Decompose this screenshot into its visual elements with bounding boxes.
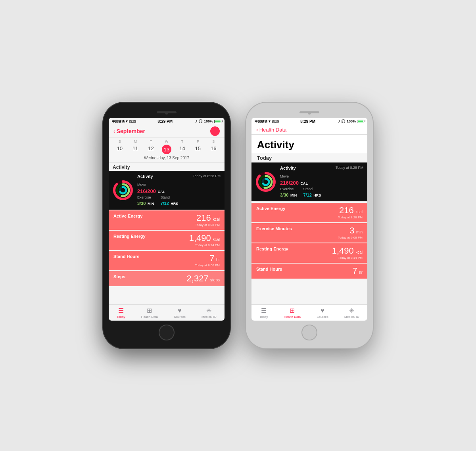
move-row-left: Move (137, 180, 221, 187)
metric-unit-steps: steps (210, 278, 220, 282)
metric-unit-re-right: kcal (355, 250, 363, 254)
tab-sources-label-left: Sources (174, 315, 185, 319)
metric-value-row-re-right: 1,490 kcal (332, 247, 363, 255)
metric-value-row-resting: 1,490 kcal (189, 234, 220, 243)
metric-value-resting: 1,490 (189, 233, 211, 243)
stats-row-right: Exercise 3/30 MIN Stand 7/12 HRS (280, 187, 363, 198)
tab-bar-right: ☰ Today ⊞ Health Data ♥ Sources ✳ Medica… (251, 304, 367, 321)
tab-sources-icon-left: ♥ (178, 307, 182, 314)
carrier-text: 中国移动 (112, 119, 125, 124)
exercise-unit-left: MIN (148, 202, 154, 206)
tab-medical-right[interactable]: ✳ Medical ID (344, 307, 359, 319)
metric-time-ae-right: Today at 8:28 PM (338, 216, 363, 219)
tab-today-label-left: Today (117, 315, 125, 319)
exercise-stat-right: Exercise 3/30 MIN (280, 187, 297, 198)
metric-time-stand: Today at 8:00 PM (195, 264, 220, 267)
calendar-section: S M T W T F S 10 11 12 13 14 15 16 Wedne… (109, 138, 225, 162)
move-value-row-right: 216/200 CAL (280, 179, 363, 186)
stats-row-left: Exercise 3/30 MIN Stand 7/12 HRS (137, 195, 221, 206)
home-button-left[interactable] (159, 325, 175, 340)
metric-val-re-right: 1,490 (332, 246, 354, 256)
tab-health-label-left: Health Data (141, 315, 158, 319)
battery-text-right: 100% (347, 119, 356, 123)
metric-right-active-energy-right: 216 kcal Today at 8:28 PM (338, 206, 363, 219)
tab-today-left[interactable]: ☰ Today (117, 307, 125, 319)
metric-tile-stand-hours-right[interactable]: Stand Hours 7 hr (251, 264, 367, 279)
cal-15[interactable]: 15 (190, 145, 205, 154)
metric-label-exercise-right: Exercise Minutes (256, 226, 292, 231)
stand-label-right: Stand (303, 187, 321, 191)
home-button-right[interactable] (301, 325, 317, 340)
metric-value-row-active-energy: 216 kcal (195, 214, 220, 222)
cal-11[interactable]: 11 (127, 145, 143, 154)
tab-sources-left[interactable]: ♥ Sources (174, 307, 185, 319)
tab-health-data-left[interactable]: ⊞ Health Data (141, 307, 158, 319)
activity-time-left: Today at 8:28 PM (193, 174, 221, 179)
exercise-val-right: 3/30 MIN (280, 191, 297, 198)
activity-title-left: Activity (137, 174, 153, 179)
status-bar-right: 中国移动 ▾ VPN 8:29 PM ☽ 🎧 100% (251, 118, 367, 125)
stand-label-left: Stand (160, 195, 178, 199)
cal-13-today[interactable]: 13 (162, 145, 171, 154)
tab-medical-left[interactable]: ✳ Medical ID (202, 307, 217, 319)
cal-14[interactable]: 14 (175, 145, 190, 154)
avatar-left[interactable] (210, 126, 220, 136)
metric-tile-stand-hours[interactable]: Stand Hours 7 hr Today at 8:00 PM (109, 251, 225, 270)
metric-label-steps: Steps (113, 274, 125, 279)
activity-title-card-right: Activity (280, 166, 296, 170)
cal-16[interactable]: 16 (206, 145, 221, 154)
stand-val-left: 7/12 HRS (160, 199, 178, 206)
tab-sources-right[interactable]: ♥ Sources (317, 307, 328, 319)
phone-camera (165, 111, 168, 115)
metric-tile-resting-energy[interactable]: Resting Energy 1,490 kcal Today at 8:14 … (109, 231, 225, 250)
metric-unit-ex-right: min (356, 230, 363, 234)
metric-value-row-ex-right: 3 min (338, 226, 363, 235)
metric-tile-active-energy[interactable]: Active Energy 216 kcal Today at 8:28 PM (109, 210, 225, 230)
metric-unit-stand: hr (216, 258, 220, 262)
vpn-badge-right: VPN (272, 120, 279, 123)
metric-val-ae-right: 216 (339, 205, 354, 215)
phone-camera-right (308, 111, 311, 115)
back-label-right[interactable]: Health Data (259, 127, 287, 133)
carrier-text-right: 中国移动 (255, 119, 267, 124)
metric-tile-exercise-min-right[interactable]: Exercise Minutes 3 min Today at 6:08 PM (251, 223, 367, 243)
day-s2: S (206, 140, 221, 143)
metric-unit-sh-right: hr (359, 270, 363, 275)
tab-today-right[interactable]: ☰ Today (259, 307, 268, 319)
tab-sources-label-right: Sources (317, 315, 328, 319)
day-t1: T (143, 140, 159, 143)
metric-value-active-energy: 216 (196, 213, 211, 223)
activity-card-left: Activity Today at 8:28 PM Move 216/200 C… (109, 171, 225, 210)
metric-tile-active-energy-right[interactable]: Active Energy 216 kcal Today at 8:28 PM (251, 203, 367, 222)
wifi-icon: ▾ (126, 119, 128, 123)
status-right: ☽ 🎧 100% (194, 119, 221, 123)
metric-right-steps: 2,327 steps (187, 274, 220, 283)
back-button-left[interactable]: ‹ September (113, 128, 145, 134)
metric-tile-resting-energy-right[interactable]: Resting Energy 1,490 kcal Today at 8:14 … (251, 243, 367, 263)
vpn-badge: VPN (129, 120, 136, 123)
tab-sources-icon-right: ♥ (321, 307, 324, 314)
exercise-stat-left: Exercise 3/30 MIN (137, 195, 154, 206)
metric-value-row-stand: 7 hr (195, 254, 220, 263)
move-value-right: 216/200 (280, 180, 299, 186)
stand-unit-right: HRS (313, 193, 321, 197)
metric-unit-resting: kcal (213, 237, 220, 242)
tab-today-label-right: Today (259, 315, 268, 319)
metrics-list-right: Active Energy 216 kcal Today at 8:28 PM … (251, 202, 367, 279)
cal-10[interactable]: 10 (112, 145, 127, 154)
tab-medical-icon-left: ✳ (206, 307, 211, 314)
tab-health-data-right[interactable]: ⊞ Health Data (284, 307, 301, 319)
metric-tile-steps[interactable]: Steps 2,327 steps (109, 271, 225, 286)
metric-unit-active-energy: kcal (213, 217, 220, 222)
calendar-days-row: S M T W T F S (112, 140, 221, 143)
metric-unit-ae-right: kcal (355, 210, 363, 214)
metric-right-stand-hours: 7 hr Today at 8:00 PM (195, 254, 220, 267)
headphone-icon-right: 🎧 (341, 119, 345, 123)
tab-today-icon-left: ☰ (118, 307, 124, 314)
exercise-unit-right: MIN (290, 193, 297, 197)
move-value-row-left: 216/200 CAL (137, 187, 221, 195)
stand-unit-left: HRS (171, 202, 178, 206)
cal-12[interactable]: 12 (143, 145, 159, 154)
home-button-area-right (251, 321, 367, 343)
move-label-left: Move (137, 183, 146, 187)
